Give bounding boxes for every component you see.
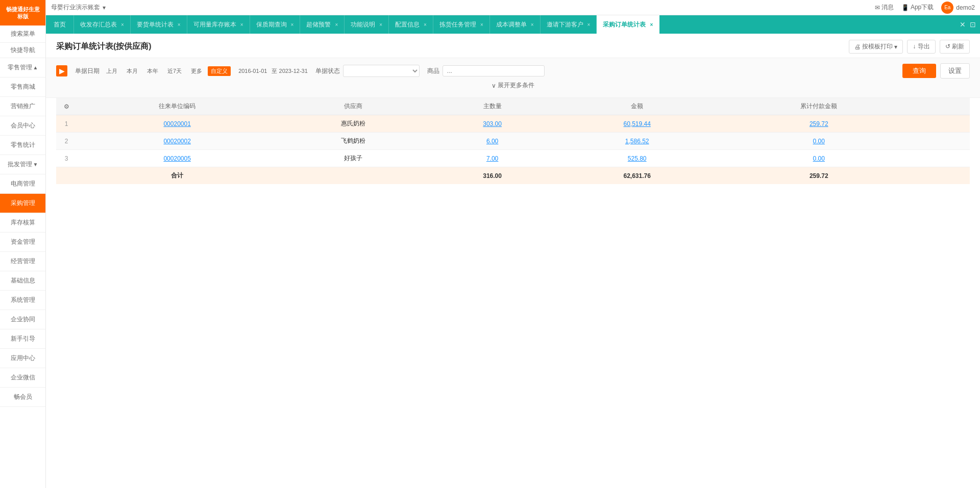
close-icon[interactable]: × [240,22,243,28]
row-amount[interactable]: 60,519.44 [556,115,718,133]
sidebar-item-finance[interactable]: 资金管理 [0,233,45,252]
date-btn-this-year[interactable]: 本年 [143,66,162,76]
sidebar-item-wholesale[interactable]: 批发管理 ▼ [0,155,45,174]
row-extra [919,115,970,133]
expand-more-button[interactable]: ∨ 展开更多条件 [56,79,970,92]
sidebar-item-mall[interactable]: 零售商城 [0,78,45,97]
workspace-selector[interactable]: 母婴行业演示账套 ▾ [51,3,106,12]
maximize-icon[interactable]: ⊡ [970,20,976,29]
row-quantity[interactable]: 6.00 [429,133,556,150]
sidebar-item-retail-stats[interactable]: 零售统计 [0,136,45,155]
row-code[interactable]: 00020001 [77,115,278,133]
row-paid[interactable]: 0.00 [718,133,919,150]
sidebar-item-wechat[interactable]: 企业微信 [0,368,45,388]
close-all-icon[interactable]: ✕ [960,20,966,29]
row-amount[interactable]: 525.80 [556,150,718,167]
tab-baozhi[interactable]: 保质期查询 × [250,15,301,34]
date-range: 上月 本月 本年 近7天 更多 自定义 [103,66,231,76]
sidebar-item-nav[interactable]: 快捷导航 [0,43,45,58]
sidebar-item-marketing[interactable]: 营销推广 [0,97,45,116]
app-download-button[interactable]: 📱 App下载 [901,3,934,12]
sidebar-item-basic[interactable]: 基础信息 [0,271,45,291]
tab-caigoudan[interactable]: 采购订单统计表 × [597,15,659,34]
filter-toggle-button[interactable]: ▶ [56,65,67,76]
tab-label: 邀请下游客户 [547,20,583,29]
date-btn-more[interactable]: 更多 [187,66,206,76]
close-icon[interactable]: × [424,22,427,28]
settings-button[interactable]: 设置 [940,63,970,79]
row-num: 2 [56,133,77,150]
export-button[interactable]: ↓ 导出 [907,40,935,54]
tab-yaoqing[interactable]: 邀请下游客户 × [541,15,597,34]
page-actions: 🖨 按模板打印 ▾ ↓ 导出 ↺ 刷新 [849,40,970,54]
sidebar-item-member[interactable]: 会员中心 [0,116,45,136]
tab-keyongkucunzhangben[interactable]: 可用量库存账本 × [187,15,250,34]
message-label: 消息 [881,3,894,12]
sidebar-item-newuser[interactable]: 新手引导 [0,329,45,349]
close-icon[interactable]: × [379,22,382,28]
tab-yaohuodanjihuibiao[interactable]: 要货单统计表 × [131,15,187,34]
status-select[interactable] [343,65,420,77]
row-code[interactable]: 00020002 [77,133,278,150]
close-icon[interactable]: × [121,22,124,28]
date-to-value: 至 2023-12-31 [270,67,307,75]
col-settings[interactable]: ⚙ [56,98,77,115]
table-row: 3 00020005 好孩子 7.00 525.80 0.00 [56,150,970,167]
row-amount[interactable]: 1,586.52 [556,133,718,150]
tab-shoufahuizong[interactable]: 收发存汇总表 × [74,15,131,34]
sidebar-item-operations[interactable]: 经营管理 [0,252,45,271]
date-btn-this-month[interactable]: 本月 [123,66,141,76]
sidebar-item-system[interactable]: 系统管理 [0,291,45,310]
user-menu[interactable]: Ea demo2 [941,2,975,14]
row-extra [919,133,970,150]
table-header-row: ⚙ 往来单位编码 供应商 主数量 金额 累计付款金额 [56,98,970,115]
sidebar-item-vip[interactable]: 畅会员 [0,388,45,407]
print-button[interactable]: 🖨 按模板打印 ▾ [849,40,903,54]
date-btn-7days[interactable]: 近7天 [164,66,185,76]
message-button[interactable]: ✉ 消息 [875,3,894,12]
close-icon[interactable]: × [178,22,181,28]
avatar: Ea [941,2,953,14]
row-paid[interactable]: 0.00 [718,150,919,167]
sidebar-item-enterprise[interactable]: 企业协同 [0,310,45,329]
close-icon[interactable]: × [587,22,591,28]
tab-pihuo[interactable]: 拣货任务管理 × [433,15,490,34]
goods-label: 商品 [427,67,439,75]
row-quantity[interactable]: 303.00 [429,115,556,133]
col-paid: 累计付款金额 [718,98,919,115]
row-code[interactable]: 00020005 [77,150,278,167]
tab-label: 功能说明 [351,20,375,29]
row-quantity[interactable]: 7.00 [429,150,556,167]
workspace-dropdown-icon[interactable]: ▾ [103,4,106,11]
refresh-button[interactable]: ↺ 刷新 [940,40,970,54]
sidebar-item-purchase[interactable]: 采购管理 [0,194,45,213]
sidebar-item-appcenter[interactable]: 应用中心 [0,349,45,368]
topbar: 母婴行业演示账套 ▾ ✉ 消息 📱 App下载 Ea demo2 [46,0,980,15]
sidebar-item-retail[interactable]: 零售管理 ▲ [0,58,45,78]
close-icon[interactable]: × [335,22,338,28]
table-container: ⚙ 往来单位编码 供应商 主数量 金额 累计付款金额 1 00020001 惠氏… [46,98,980,488]
date-btn-last-month[interactable]: 上月 [103,66,121,76]
app-logo: 畅捷通好生意标版 [0,0,46,25]
tab-label: 配置信息 [395,20,420,29]
goods-input[interactable] [443,65,545,76]
close-icon[interactable]: × [480,22,483,28]
sidebar-item-search[interactable]: 搜索菜单 [0,25,45,43]
tab-gongnengshuo[interactable]: 功能说明 × [345,15,389,34]
footer-quantity: 316.00 [429,167,556,185]
tab-home[interactable]: 首页 [46,15,74,34]
search-button[interactable]: 查询 [902,64,936,78]
row-paid[interactable]: 259.72 [718,115,919,133]
date-filter: 单据日期 上月 本月 本年 近7天 更多 自定义 [75,66,231,76]
close-icon[interactable]: × [650,22,653,28]
close-icon[interactable]: × [531,22,534,28]
tab-chengben[interactable]: 成本调整单 × [490,15,541,34]
sidebar-item-inventory[interactable]: 库存核算 [0,213,45,233]
close-icon[interactable]: × [291,22,294,28]
tab-chaoyuyujing[interactable]: 超储预警 × [300,15,345,34]
filter-area: ▶ 单据日期 上月 本月 本年 近7天 更多 自定义 2016-01-01 至 … [46,58,980,98]
tab-label: 要货单统计表 [137,20,174,29]
sidebar-item-ecommerce[interactable]: 电商管理 [0,174,45,194]
tab-peizhi[interactable]: 配置信息 × [389,15,433,34]
date-custom-label[interactable]: 自定义 [208,66,231,76]
